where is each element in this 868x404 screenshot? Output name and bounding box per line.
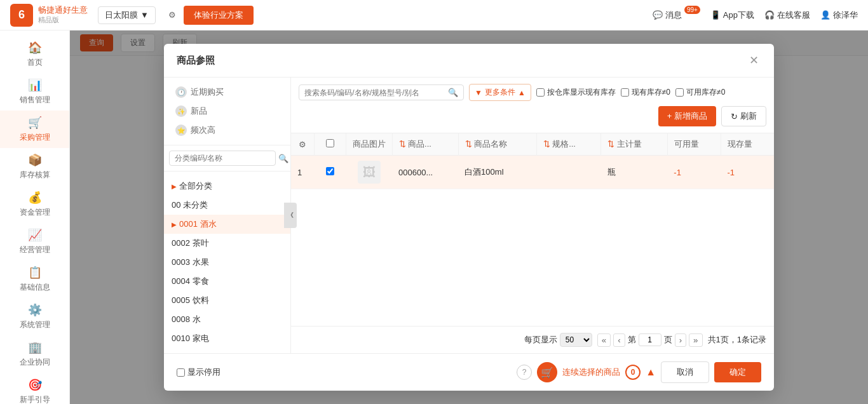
cart-count: 0 (625, 365, 641, 380)
first-page-button[interactable]: « (597, 333, 611, 347)
sidebar-item-purchase[interactable]: 🛒采购管理 (0, 111, 69, 148)
sidebar-item-system[interactable]: ⚙️系统管理 (0, 298, 69, 335)
recent-tab-icon: 🕐 (175, 86, 187, 98)
sales-icon: 📊 (28, 78, 42, 92)
cancel-button[interactable]: 取消 (661, 361, 709, 383)
filter-up-icon: ▲ (518, 88, 526, 97)
online-service-item[interactable]: 🎧 在线客服 (764, 10, 810, 21)
modal-close-button[interactable]: ✕ (746, 53, 761, 68)
current-stock-checkbox[interactable]: 现有库存≠0 (621, 87, 670, 98)
row-checkbox-0[interactable] (326, 167, 334, 175)
category-item-all[interactable]: ▶全部分类 (164, 177, 290, 196)
prev-page-button[interactable]: ‹ (613, 333, 625, 347)
sidebar-label-sales: 销售管理 (20, 95, 50, 105)
app-download-item[interactable]: 📱 App下载 (710, 10, 754, 21)
nav-right: 💬 消息 99+ 📱 App下载 🎧 在线客服 👤 徐泽华 (653, 10, 858, 21)
sidebar-item-finance[interactable]: 💰资金管理 (0, 185, 69, 223)
add-product-button[interactable]: + 新增商品 (658, 106, 716, 126)
recent-tab-label: 近期购买 (191, 86, 224, 98)
category-label-00: 00 未分类 (172, 199, 208, 211)
category-item-0010[interactable]: 0010 家电 (164, 329, 290, 348)
sort-unit-icon: ⇅ (607, 139, 614, 149)
page-number-input[interactable] (639, 333, 661, 346)
select-all-checkbox[interactable] (326, 139, 334, 147)
sidebar-item-sales[interactable]: 📊销售管理 (0, 73, 69, 111)
category-item-0002[interactable]: 0002 茶叶 (164, 234, 290, 253)
category-item-00[interactable]: 00 未分类 (164, 196, 290, 215)
modal-title: 商品参照 (177, 55, 215, 67)
product-search-icon[interactable]: 🔍 (448, 88, 458, 97)
page-label2: 页 (664, 334, 672, 346)
th-unit[interactable]: ⇅ 主计量 (601, 133, 668, 156)
th-spec[interactable]: ⇅ 规格... (536, 133, 601, 156)
category-item-0005[interactable]: 0005 饮料 (164, 291, 290, 310)
store-selector[interactable]: 日太阳膜 ▼ (98, 6, 156, 24)
last-page-button[interactable]: » (689, 333, 702, 347)
modal-left-tab-recent[interactable]: 🕐近期购买 (169, 83, 285, 102)
settings-icon[interactable]: ⚙ (161, 4, 184, 27)
category-arrow-0001: ▶ (172, 221, 177, 228)
sidebar-item-guide[interactable]: 🎯新手引导 (0, 373, 69, 404)
phone-icon: 📱 (710, 10, 721, 20)
sidebar-item-base[interactable]: 📋基础信息 (0, 260, 69, 298)
category-search-icon[interactable]: 🔍 (278, 154, 288, 163)
show-disabled-checkbox[interactable]: 显示停用 (177, 367, 220, 378)
category-item-0008[interactable]: 0008 水 (164, 310, 290, 329)
home-icon: 🏠 (28, 41, 42, 55)
sort-spec-icon: ⇅ (543, 139, 550, 149)
table-row[interactable]: 1 🖼 000600... 白酒100ml 瓶 -1 -1 (291, 156, 774, 189)
category-label-0004: 0004 零食 (172, 276, 209, 287)
category-tree: ▶全部分类00 未分类▶0001 酒水0002 茶叶0003 水果0004 零食… (164, 172, 290, 353)
available-stock-checkbox-input[interactable] (675, 88, 684, 97)
page-label: 第 (628, 334, 636, 346)
category-item-0001[interactable]: ▶0001 酒水 (164, 215, 290, 234)
warehouse-checkbox-input[interactable] (536, 88, 545, 97)
table-header: ⚙ 商品图片 ⇅ 商品... ⇅ 商品名称 (291, 133, 774, 156)
trial-button[interactable]: 体验行业方案 (184, 6, 254, 25)
category-item-0004[interactable]: 0004 零食 (164, 272, 290, 291)
sidebar-item-inventory[interactable]: 📦库存核算 (0, 148, 69, 185)
modal-header: 商品参照 ✕ (164, 44, 774, 77)
available-stock-checkbox[interactable]: 可用库存≠0 (675, 87, 725, 98)
page-nav: « ‹ 第 页 › » (597, 333, 703, 347)
refresh-button[interactable]: ↻ 刷新 (721, 106, 766, 126)
category-label-0002: 0002 茶叶 (172, 238, 209, 249)
sidebar-label-enterprise: 企业协同 (20, 357, 50, 368)
sidebar-label-finance: 资金管理 (20, 207, 50, 218)
warehouse-display-checkbox[interactable]: 按仓库显示现有库存 (536, 87, 616, 98)
category-label-0003: 0003 水果 (172, 257, 209, 268)
collapse-footer-button[interactable]: ▲ (646, 367, 656, 378)
messages-nav-item[interactable]: 💬 消息 99+ (653, 10, 700, 21)
next-page-button[interactable]: › (675, 333, 686, 347)
th-stock: 现存量 (721, 133, 774, 156)
current-stock-checkbox-input[interactable] (621, 88, 629, 97)
help-icon[interactable]: ? (517, 365, 532, 380)
per-page-select[interactable]: 50 10 20 100 (560, 333, 592, 347)
category-label-0010: 0010 家电 (172, 333, 209, 344)
modal-left-tab-new[interactable]: ✨新品 (169, 102, 285, 121)
sidebar-item-enterprise[interactable]: 🏢企业协同 (0, 335, 69, 373)
show-disabled-input[interactable] (177, 368, 185, 377)
confirm-button[interactable]: 确定 (714, 362, 761, 382)
sidebar-item-ops[interactable]: 📈经营管理 (0, 223, 69, 260)
filter-icon: ▼ (475, 88, 482, 97)
category-label-0001: 0001 酒水 (179, 219, 217, 230)
finance-icon: 💰 (28, 191, 42, 205)
ops-icon: 📈 (28, 228, 42, 242)
cart-icon[interactable]: 🛒 (537, 362, 557, 382)
th-code[interactable]: ⇅ 商品... (392, 133, 458, 156)
sidebar-item-home[interactable]: 🏠首页 (0, 36, 69, 73)
modal-toolbar: 🔍 ▼ 更多条件 ▲ 按仓库显示现有库存 (291, 77, 774, 133)
frequent-tab-label: 频次高 (191, 125, 215, 136)
th-name[interactable]: ⇅ 商品名称 (458, 133, 536, 156)
category-search-input[interactable] (169, 151, 276, 166)
category-item-0003[interactable]: 0003 水果 (164, 253, 290, 272)
modal-left-tab-frequent[interactable]: ⭐频次高 (169, 121, 285, 140)
more-filter-button[interactable]: ▼ 更多条件 ▲ (469, 84, 531, 101)
th-setting[interactable]: ⚙ (291, 133, 314, 156)
top-nav: 6 畅捷通好生意 精品版 日太阳膜 ▼ ⚙ 体验行业方案 💬 消息 99+ 📱 … (0, 0, 868, 30)
system-icon: ⚙️ (28, 303, 42, 317)
user-item[interactable]: 👤 徐泽华 (820, 10, 858, 21)
refresh-label: 刷新 (740, 111, 757, 122)
product-search-input[interactable] (304, 88, 445, 97)
